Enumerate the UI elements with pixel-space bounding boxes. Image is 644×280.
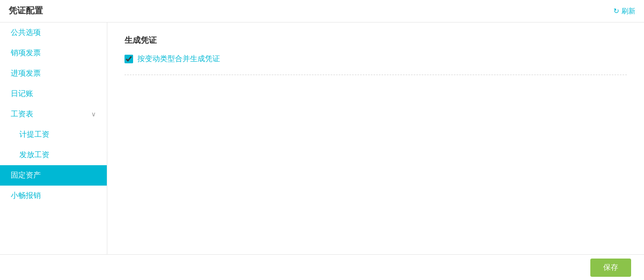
sidebar-item-calc-salary[interactable]: 计提工资 — [0, 124, 107, 145]
section-title: 生成凭证 — [125, 35, 627, 46]
refresh-button[interactable]: ↻ 刷新 — [613, 6, 635, 16]
sidebar-item-fixed-assets[interactable]: 固定资产 — [0, 165, 107, 186]
merge-voucher-row: 按变动类型合并生成凭证 — [125, 54, 627, 64]
page-title: 凭证配置 — [9, 5, 43, 17]
merge-by-type-checkbox[interactable] — [125, 55, 133, 63]
save-button[interactable]: 保存 — [590, 259, 631, 277]
sidebar: 公共选项 销项发票 进项发票 日记账 工资表 ∨ 计提工资 发放工资 固定资产 … — [0, 23, 107, 254]
merge-by-type-label[interactable]: 按变动类型合并生成凭证 — [137, 54, 220, 64]
sidebar-item-payroll[interactable]: 工资表 ∨ — [0, 104, 107, 124]
sidebar-item-purchase-invoice[interactable]: 进项发票 — [0, 63, 107, 84]
footer: 保存 — [0, 254, 644, 280]
content-area: 生成凭证 按变动类型合并生成凭证 — [107, 23, 644, 254]
sidebar-item-sales-invoice[interactable]: 销项发票 — [0, 43, 107, 63]
chevron-down-icon: ∨ — [91, 110, 96, 118]
section-divider — [125, 75, 627, 75]
refresh-icon: ↻ — [613, 7, 619, 15]
header: 凭证配置 ↻ 刷新 — [0, 0, 644, 23]
main-container: 公共选项 销项发票 进项发票 日记账 工资表 ∨ 计提工资 发放工资 固定资产 … — [0, 23, 644, 254]
sidebar-item-public-options[interactable]: 公共选项 — [0, 23, 107, 43]
refresh-label: 刷新 — [621, 6, 635, 16]
sidebar-item-journal[interactable]: 日记账 — [0, 84, 107, 104]
sidebar-item-pay-salary[interactable]: 发放工资 — [0, 145, 107, 165]
sidebar-item-petty-cash[interactable]: 小畅报销 — [0, 186, 107, 206]
